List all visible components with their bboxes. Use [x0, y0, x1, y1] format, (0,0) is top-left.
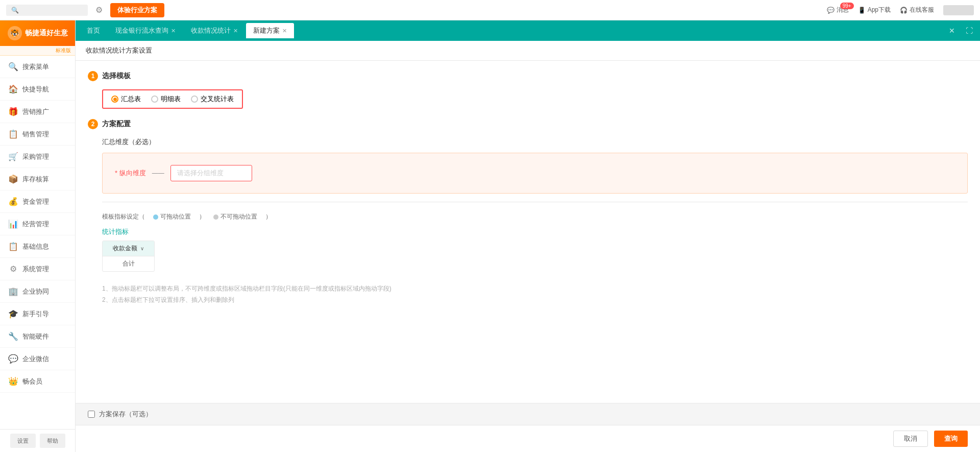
tip-line-2: 2、点击标题栏下拉可设置排序、插入列和删除列: [102, 295, 968, 306]
sidebar-settings-btn[interactable]: 设置: [10, 434, 36, 448]
sidebar-item-search[interactable]: 🔍 搜索菜单: [0, 56, 75, 78]
sidebar-label: 销售管理: [22, 130, 49, 139]
sidebar-item-purchase[interactable]: 🛒 采购管理: [0, 146, 75, 168]
radio-label-summary: 汇总表: [121, 94, 141, 104]
sales-icon: 📋: [8, 129, 18, 139]
radio-label-detail: 明细表: [161, 94, 181, 104]
sidebar-help-btn[interactable]: 帮助: [40, 434, 65, 448]
radio-label-cross: 交叉统计表: [201, 94, 234, 104]
sidebar-item-business[interactable]: 📊 经营管理: [0, 213, 75, 235]
sidebar-item-inventory[interactable]: 📦 库存核算: [0, 168, 75, 191]
chevron-down-icon: ∨: [140, 246, 144, 251]
sidebar-item-basic-info[interactable]: 📋 基础信息: [0, 235, 75, 258]
info-icon: 📋: [8, 242, 18, 251]
download-icon: 📱: [858, 7, 866, 14]
draggable-dot: [153, 215, 158, 220]
metrics-legend-end: ）: [265, 212, 272, 221]
logo-icon: 🐯: [8, 26, 22, 40]
radio-circle-summary: [111, 96, 118, 103]
tab-expand-button[interactable]: ⛶: [963, 24, 976, 37]
radio-detail[interactable]: 明细表: [151, 94, 181, 104]
radio-cross[interactable]: 交叉统计表: [191, 94, 234, 104]
dimension-label: * 纵向维度: [115, 169, 146, 178]
sidebar-bottom: 设置 帮助: [0, 429, 75, 452]
gear-button[interactable]: ⚙: [92, 3, 106, 17]
trial-button[interactable]: 体验行业方案: [110, 3, 164, 17]
tab-home[interactable]: 首页: [80, 23, 107, 38]
enterprise-icon: 🏢: [8, 287, 18, 296]
tab-close-icon[interactable]: ✕: [171, 28, 176, 34]
headset-icon: 🎧: [900, 7, 908, 14]
query-button[interactable]: 查询: [934, 431, 968, 447]
metrics-legend-title: 模板指标设定（: [102, 212, 145, 221]
metrics-legend-sep: ）: [199, 212, 205, 221]
sidebar-item-wechat[interactable]: 💬 企业微信: [0, 348, 75, 370]
tab-close-icon[interactable]: ✕: [282, 28, 287, 34]
service-item[interactable]: 🎧 在线客服: [900, 6, 934, 14]
subsection-title: 汇总维度（必选）: [102, 137, 968, 147]
tab-label: 现金银行流水查询: [115, 26, 168, 35]
content-area: 首页 现金银行流水查询 ✕ 收款情况统计 ✕ 新建方案 ✕ ✕ ⛶: [76, 20, 980, 452]
tip-text-2: 2、点击标题栏下拉可设置排序、插入列和删除列: [102, 295, 234, 306]
dimension-row: * 纵向维度 —— 请选择分组维度: [115, 165, 252, 181]
dimension-area: * 纵向维度 —— 请选择分组维度: [102, 153, 968, 194]
notification-badge: 99+: [840, 3, 854, 9]
tips-section: 1、拖动标题栏可以调整布局，不可跨维度或指标区域拖动栏目字段(只能在同一维度或指…: [102, 283, 968, 305]
metrics-section: 模板指标设定（ 可拖动位置 ） 不可拖动位置 ）: [102, 212, 968, 273]
divider: [102, 202, 968, 202]
sidebar-item-guide[interactable]: 🎓 新手引导: [0, 303, 75, 325]
download-item[interactable]: 📱 App下载: [858, 6, 891, 14]
dimension-arrow: ——: [152, 170, 164, 177]
legend-draggable-label: 可拖动位置: [160, 212, 191, 221]
section1-title: 选择模板: [102, 72, 131, 81]
bottom-bar: 取消 查询: [76, 425, 980, 452]
sidebar-label: 营销推广: [22, 107, 49, 116]
tab-cash-flow[interactable]: 现金银行流水查询 ✕: [108, 23, 183, 38]
tip-line-1: 1、拖动标题栏可以调整布局，不可跨维度或指标区域拖动栏目字段(只能在同一维度或指…: [102, 283, 968, 295]
template-options-box: 汇总表 明细表 交叉统计表: [102, 89, 243, 109]
sidebar-item-sales[interactable]: 📋 销售管理: [0, 123, 75, 146]
save-checkbox[interactable]: [88, 411, 95, 418]
radio-summary[interactable]: 汇总表: [111, 94, 141, 104]
tab-new-plan[interactable]: 新建方案 ✕: [246, 23, 294, 38]
sidebar-label: 畅会员: [22, 377, 42, 386]
sidebar-label: 经营管理: [22, 220, 49, 229]
notification-item[interactable]: 💬 消息 99+: [827, 6, 849, 14]
sidebar-item-finance[interactable]: 💰 资金管理: [0, 191, 75, 213]
cancel-button[interactable]: 取消: [893, 431, 928, 447]
tab-bar: 首页 现金银行流水查询 ✕ 收款情况统计 ✕ 新建方案 ✕ ✕ ⛶: [76, 20, 980, 41]
dimension-select[interactable]: 请选择分组维度: [170, 165, 252, 181]
top-search[interactable]: 🔍: [6, 5, 88, 16]
sidebar-item-nav[interactable]: 🏠 快捷导航: [0, 78, 75, 101]
wechat-icon: 💬: [8, 354, 18, 364]
tab-close-all-button[interactable]: ✕: [945, 24, 959, 37]
sidebar-item-hardware[interactable]: 🔧 智能硬件: [0, 325, 75, 348]
sidebar-label: 资金管理: [22, 197, 49, 206]
save-label: 方案保存（可选）: [99, 410, 152, 419]
member-icon: 👑: [8, 376, 18, 386]
sidebar-label: 库存核算: [22, 175, 49, 184]
sidebar-label: 智能硬件: [22, 332, 49, 341]
plan-config-body: 汇总维度（必选） * 纵向维度 —— 请选择分组维度: [102, 137, 968, 305]
sidebar-item-system[interactable]: ⚙ 系统管理: [0, 258, 75, 280]
sidebar-item-enterprise[interactable]: 🏢 企业协同: [0, 280, 75, 303]
main-layout: 🐯 畅捷通好生意 标准版 🔍 搜索菜单 🏠 快捷导航 🎁 营销推广 📋 销售管理…: [0, 20, 980, 452]
sidebar-label: 搜索菜单: [22, 62, 49, 72]
tab-close-icon[interactable]: ✕: [233, 28, 238, 34]
search-icon: 🔍: [8, 62, 18, 72]
guide-icon: 🎓: [8, 309, 18, 319]
sidebar-item-marketing[interactable]: 🎁 营销推广: [0, 101, 75, 123]
metrics-header-text: 收款金额: [113, 244, 137, 253]
plan-config-section: 2 方案配置 汇总维度（必选） * 纵向维度 —— 请选择分组维度: [88, 119, 968, 305]
tab-payment-stats[interactable]: 收款情况统计 ✕: [184, 23, 245, 38]
save-section: 方案保存（可选）: [76, 403, 980, 425]
finance-icon: 💰: [8, 197, 18, 206]
sidebar-item-member[interactable]: 👑 畅会员: [0, 370, 75, 393]
radio-circle-cross: [191, 96, 198, 103]
section2-header: 2 方案配置: [88, 119, 968, 129]
user-avatar[interactable]: [943, 5, 974, 15]
metrics-header[interactable]: 收款金额 ∨: [103, 241, 154, 256]
metrics-legend: 模板指标设定（ 可拖动位置 ） 不可拖动位置 ）: [102, 212, 968, 221]
purchase-icon: 🛒: [8, 152, 18, 161]
legend-draggable-item: 可拖动位置: [153, 212, 191, 221]
